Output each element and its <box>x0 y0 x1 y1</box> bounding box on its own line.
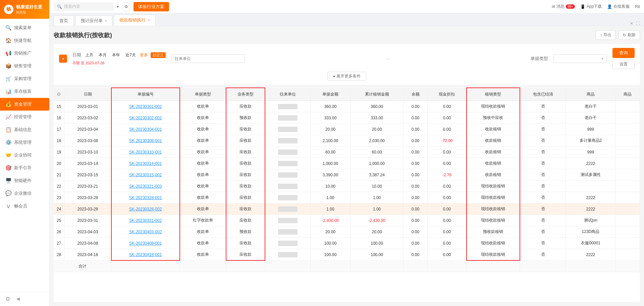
td-biz-type-24: 应收款 <box>226 203 265 215</box>
td-product2-16 <box>615 112 640 124</box>
bill-no-link-24[interactable]: SK-20230328-002 <box>129 207 162 211</box>
td-date-23: 2023-03-28 <box>64 192 111 203</box>
bill-type-select[interactable]: ▾ <box>553 54 607 63</box>
td-writeoff-type-17: 收款核销 <box>467 124 520 135</box>
td-bill-type-22: 收款单 <box>180 181 226 192</box>
td-bill-type-15: 收款单 <box>180 101 226 112</box>
bill-no-link-27[interactable]: SK-20230408-001 <box>129 241 162 246</box>
td-product1-26: 123D商品 <box>566 226 615 238</box>
tab-close-payable[interactable]: × <box>105 19 107 23</box>
date-7days[interactable]: 近7天 <box>124 52 137 59</box>
date-custom[interactable]: 自定义 <box>151 52 166 58</box>
sidebar-item-operation[interactable]: 📈经营管理 <box>0 111 49 123</box>
bill-no-link-22[interactable]: SK-20230321-003 <box>129 184 162 189</box>
settings-icon[interactable]: ⚙ <box>5 296 10 302</box>
tab-receive[interactable]: 收款核销执行× <box>114 15 155 26</box>
td-date-28: 2023-04-18 <box>64 249 111 261</box>
td-product1-27: 衣服00001 <box>566 238 615 249</box>
collapse-icon[interactable]: ◄ <box>15 296 21 302</box>
td-total-writeoff-type <box>467 260 520 272</box>
bill-no-link-26[interactable]: SK-20230403-002 <box>129 230 162 234</box>
filter-row: » 日期 上月 本月 本年 近7天 更多 自定义 不限 至 2023-07 <box>59 48 635 69</box>
td-amount-22: 10.00 <box>310 181 351 192</box>
bill-no-link-18[interactable]: SK-20230308-001 <box>129 138 162 143</box>
date-last-month[interactable]: 上月 <box>84 52 95 59</box>
sidebar-item-finance[interactable]: 💰资金管理 <box>0 98 49 111</box>
td-product2-23 <box>615 192 640 203</box>
sidebar-icon-finance: 💰 <box>5 101 11 107</box>
td-total-counterparty <box>265 260 310 272</box>
td-discount-24: 0.00 <box>428 203 467 215</box>
query-button[interactable]: 查询 <box>612 48 635 58</box>
date-this-year[interactable]: 本年 <box>111 52 121 59</box>
bill-no-link-15[interactable]: SK-20230301-002 <box>129 104 162 109</box>
user-avatar[interactable]: Rit <box>635 4 640 9</box>
message-btn[interactable]: ✉ 消息 99+ <box>552 4 575 9</box>
solution-button[interactable]: 体验行业方案 <box>133 2 169 11</box>
td-discount-18: -70.00 <box>428 135 467 146</box>
table-wrap[interactable]: ⚙ 日期 单据编号 单据类型 业务类型 往来单位 单据金额 累计核销金额 余额 … <box>54 87 640 302</box>
tab-home[interactable]: 首页 <box>54 15 74 26</box>
sidebar-item-purchase[interactable]: 🛒采购管理 <box>0 72 49 85</box>
tab-payable[interactable]: 预计应付单× <box>75 15 112 26</box>
bill-no-link-20[interactable]: SK-20230314-001 <box>129 161 162 166</box>
table-total-row: 合计 <box>54 260 640 272</box>
sidebar-icon-wechat: 💬 <box>5 190 11 196</box>
sidebar-item-sales[interactable]: 📦销售管理 <box>0 60 49 72</box>
bill-no-link-28[interactable]: SK-20230418-001 <box>129 252 162 257</box>
td-counterparty-15: **** <box>265 101 310 112</box>
sidebar-item-search[interactable]: 🔍搜索菜单 <box>0 21 49 34</box>
bill-no-link-21[interactable]: SK-20230315-002 <box>129 173 162 177</box>
sidebar-item-collab[interactable]: 🤝企业协同 <box>0 149 49 162</box>
tabs-bar: 首页预计应付单×收款核销执行× ✕ ⛶ <box>50 13 644 26</box>
td-discount-22: 0.00 <box>428 181 467 192</box>
app-download-btn[interactable]: 📱 App下载 <box>580 4 602 9</box>
sidebar-item-system[interactable]: ⚙️系统管理 <box>0 136 49 149</box>
sidebar-item-hardware[interactable]: 🖥️智能硬件 <box>0 174 49 187</box>
topbar-search-box[interactable]: 🔍 搜索内容 <box>54 2 114 11</box>
service-icon: 👤 <box>607 4 612 9</box>
expand-more-btn[interactable]: ▾ 展开更多条件 <box>327 72 366 81</box>
filter-dots[interactable]: ··· <box>250 56 525 61</box>
bill-no-link-19[interactable]: SK-20230310-001 <box>129 150 162 155</box>
sidebar-item-wechat[interactable]: 💬企业微信 <box>0 187 49 200</box>
sidebar-item-quick[interactable]: 🏠快捷导航 <box>0 34 49 47</box>
sidebar-item-base[interactable]: 📋基础信息 <box>0 123 49 136</box>
td-bill-no-23: SK-20230328-001 <box>111 192 180 203</box>
column-settings-icon[interactable]: ⚙ <box>57 91 61 97</box>
date-this-month[interactable]: 本月 <box>97 52 108 59</box>
bill-no-link-25[interactable]: SK-20230331-002 <box>129 218 162 223</box>
sidebar-icon-purchase: 🛒 <box>5 76 11 82</box>
td-product2-27 <box>615 238 640 249</box>
tab-expand-icon[interactable]: ⛶ <box>636 21 640 26</box>
tab-close-receive[interactable]: × <box>148 18 150 22</box>
topbar-dropdown[interactable]: ▾ <box>117 4 119 9</box>
page-title: 收款核销执行(按收款) <box>54 31 596 39</box>
service-btn[interactable]: 👤 在线客服 <box>607 4 630 9</box>
sidebar-label-system: 系统管理 <box>14 139 32 145</box>
td-balance-25: 0.00 <box>403 215 428 226</box>
bill-no-link-23[interactable]: SK-20230328-001 <box>129 195 162 200</box>
bill-no-link-17[interactable]: SK-20230304-001 <box>129 127 162 132</box>
topbar-gear-btn[interactable]: ⚙ <box>121 2 131 11</box>
message-badge: 99+ <box>566 4 575 9</box>
export-button[interactable]: ↑ 导出 <box>596 30 616 40</box>
td-settled-19: 否 <box>520 146 566 158</box>
bill-type-label: 单据类型 <box>531 56 548 62</box>
th-cash-discount: 现金折扣 <box>428 88 467 101</box>
sidebar-item-marketing[interactable]: 📢营销推广 <box>0 47 49 60</box>
sidebar-item-member[interactable]: V畅会员 <box>0 200 49 212</box>
td-balance-24: 0.00 <box>403 203 428 215</box>
filter-expand-btn[interactable]: » <box>59 55 67 63</box>
sidebar-label-wechat: 企业微信 <box>14 190 32 196</box>
sidebar-item-inventory[interactable]: 📊库存核算 <box>0 85 49 98</box>
date-filter-label: 日期 <box>72 52 81 58</box>
date-more[interactable]: 更多 <box>140 52 148 58</box>
setting-button[interactable]: 设置 <box>612 59 635 69</box>
counterparty-input[interactable] <box>171 54 245 63</box>
sidebar-item-guide[interactable]: 🎯新手引导 <box>0 162 49 174</box>
bill-no-link-16[interactable]: SK-20230302-002 <box>129 116 162 120</box>
refresh-button[interactable]: ↻ 刷新 <box>619 30 640 40</box>
tab-close-icon[interactable]: ✕ <box>630 21 633 26</box>
td-writeoff-26: 20.00 <box>351 226 403 238</box>
